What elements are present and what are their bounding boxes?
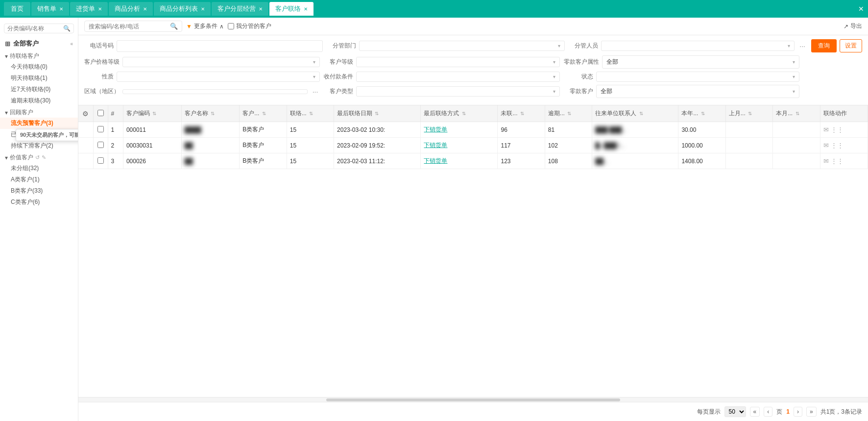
toolbar-search-icon[interactable]: 🔍 bbox=[170, 23, 178, 30]
tab-product-analysis-list-close[interactable]: ✕ bbox=[201, 6, 205, 12]
prev-page-btn[interactable]: ‹ bbox=[764, 407, 772, 417]
sidebar-collapse-btn[interactable]: « bbox=[70, 41, 73, 47]
export-btn[interactable]: ↗ 导出 bbox=[844, 22, 862, 30]
filter-status-select[interactable]: ▾ bbox=[596, 72, 799, 82]
table-header-checkbox-cell[interactable] bbox=[93, 105, 108, 122]
row-checkbox[interactable] bbox=[97, 157, 104, 164]
toolbar-search-box[interactable]: 🔍 bbox=[84, 21, 182, 32]
tab-product-analysis[interactable]: 商品分析 ✕ bbox=[109, 2, 153, 16]
table-header-category[interactable]: 客户... ⇅ bbox=[240, 105, 287, 122]
col-unit-contacts-sort-icon[interactable]: ⇅ bbox=[639, 111, 643, 116]
first-page-btn[interactable]: « bbox=[750, 407, 760, 417]
filter-nature-select[interactable]: ▾ bbox=[117, 72, 320, 82]
row-name[interactable]: ████ bbox=[181, 122, 240, 138]
sidebar-item-today[interactable]: 今天待联络(0) bbox=[0, 61, 78, 73]
more-action-icon[interactable]: ⋮⋮ bbox=[831, 126, 844, 133]
filter-region-select[interactable] bbox=[122, 89, 308, 94]
sidebar-item-7days[interactable]: 近7天待联络(0) bbox=[0, 84, 78, 95]
tab-sales-close[interactable]: ✕ bbox=[59, 6, 63, 12]
my-customers-checkbox[interactable] bbox=[228, 23, 234, 29]
tab-customer-contact[interactable]: 客户联络 ✕ bbox=[269, 2, 313, 16]
sidebar-item-class-b[interactable]: B类客户(33) bbox=[0, 185, 78, 197]
row-checkbox-cell[interactable] bbox=[93, 138, 108, 153]
tab-purchase[interactable]: 进货单 ✕ bbox=[70, 2, 108, 16]
row-action[interactable]: ✉ ⋮⋮ bbox=[820, 122, 868, 138]
filter-phone-input[interactable] bbox=[117, 40, 323, 52]
sidebar-group-lost[interactable]: ▾ 回顾客户 bbox=[0, 106, 78, 118]
table-header-unit-contacts[interactable]: 往来单位联系人 ⇅ bbox=[592, 105, 678, 122]
tab-purchase-close[interactable]: ✕ bbox=[98, 6, 102, 12]
table-header-contact-count[interactable]: 联络... ⇅ bbox=[287, 105, 334, 122]
horizontal-scrollbar[interactable] bbox=[78, 397, 868, 402]
filter-customer-type-select[interactable]: ▾ bbox=[356, 86, 559, 97]
row-checkbox[interactable] bbox=[97, 126, 104, 132]
filter-toggle-btn[interactable]: ▼ 更多条件 ∧ bbox=[186, 22, 224, 30]
row-action[interactable]: ✉ ⋮⋮ bbox=[820, 138, 868, 153]
sidebar-group-value[interactable]: ▾ 价值客户 ↺ ✎ bbox=[0, 151, 78, 163]
row-checkbox-cell[interactable] bbox=[93, 122, 108, 138]
row-action[interactable]: ✉ ⋮⋮ bbox=[820, 153, 868, 169]
per-page-select[interactable]: 50 bbox=[724, 406, 746, 417]
row-checkbox[interactable] bbox=[97, 142, 104, 148]
col-overdue-sort-icon[interactable]: ⇅ bbox=[567, 111, 571, 116]
table-header-not-contacted[interactable]: 未联... ⇅ bbox=[498, 105, 545, 122]
tab-customer-contact-close[interactable]: ✕ bbox=[304, 6, 308, 12]
sidebar-item-class-a[interactable]: A类客户(1) bbox=[0, 174, 78, 185]
table-header-last-method[interactable]: 最后联络方式 ⇅ bbox=[421, 105, 498, 122]
sidebar-item-declining[interactable]: 持续下滑客户(2) bbox=[0, 140, 78, 151]
table-select-all-checkbox[interactable] bbox=[97, 110, 104, 116]
table-header-this-year[interactable]: 本年... ⇅ bbox=[678, 105, 725, 122]
filter-retail-attr-select[interactable]: 全部 ▾ bbox=[602, 55, 799, 69]
contact-action-icon[interactable]: ✉ bbox=[823, 142, 829, 149]
col-last-month-sort-icon[interactable]: ⇅ bbox=[748, 111, 752, 116]
filter-manager-dots[interactable]: ··· bbox=[797, 42, 807, 50]
tab-home[interactable]: 首页 bbox=[4, 2, 30, 16]
contact-action-icon[interactable]: ✉ bbox=[823, 126, 829, 133]
tab-product-analysis-list[interactable]: 商品分析列表 ✕ bbox=[154, 2, 211, 16]
query-button[interactable]: 查询 bbox=[811, 39, 837, 52]
col-last-date-sort-icon[interactable]: ⇅ bbox=[375, 111, 379, 116]
col-this-month-sort-icon[interactable]: ⇅ bbox=[796, 111, 799, 116]
table-header-code[interactable]: 客户编码 ⇅ bbox=[123, 105, 181, 122]
settings-button[interactable]: 设置 bbox=[840, 39, 862, 52]
sidebar-group-pending[interactable]: ▾ 待联络客户 bbox=[0, 50, 78, 61]
sidebar-search-box[interactable]: 🔍 bbox=[4, 24, 74, 33]
row-name[interactable]: ██ bbox=[181, 153, 240, 169]
col-code-sort-icon[interactable]: ⇅ bbox=[152, 111, 156, 116]
tab-customer-segment[interactable]: 客户分层经营 ✕ bbox=[212, 2, 268, 16]
row-checkbox-cell[interactable] bbox=[93, 153, 108, 169]
sidebar-item-at-risk[interactable]: 流失预警客户(3) 90天未交易的客户，可能有流失风险。 bbox=[0, 118, 78, 129]
col-not-contacted-sort-icon[interactable]: ⇅ bbox=[520, 111, 524, 116]
sidebar-item-class-c[interactable]: C类客户(6) bbox=[0, 197, 78, 208]
next-page-btn[interactable]: › bbox=[794, 407, 802, 417]
sidebar-item-tomorrow[interactable]: 明天待联络(1) bbox=[0, 73, 78, 84]
tab-customer-segment-close[interactable]: ✕ bbox=[259, 6, 263, 12]
col-category-sort-icon[interactable]: ⇅ bbox=[262, 111, 266, 116]
filter-manager-select[interactable]: ▾ bbox=[601, 41, 795, 51]
col-name-sort-icon[interactable]: ⇅ bbox=[211, 111, 215, 116]
more-action-icon[interactable]: ⋮⋮ bbox=[831, 142, 844, 149]
row-last-contact-method[interactable]: 下销货单 bbox=[421, 138, 498, 153]
table-header-this-month[interactable]: 本月... ⇅ bbox=[773, 105, 820, 122]
filter-region-dots[interactable]: ··· bbox=[311, 88, 320, 96]
filter-price-tier-select[interactable]: ▾ bbox=[122, 57, 320, 67]
value-refresh-icon[interactable]: ↺ bbox=[35, 154, 40, 161]
last-page-btn[interactable]: » bbox=[806, 407, 817, 417]
sidebar-item-unclassified[interactable]: 未分组(32) bbox=[0, 163, 78, 174]
tab-sales[interactable]: 销售单 ✕ bbox=[31, 2, 69, 16]
table-header-last-month[interactable]: 上月... ⇅ bbox=[725, 105, 772, 122]
sidebar-all-customers[interactable]: ⊞ 全部客户 « bbox=[0, 37, 78, 50]
sidebar-item-already-lost[interactable]: 已流失客户(24) bbox=[0, 129, 78, 140]
column-settings-icon[interactable]: ⚙ bbox=[82, 110, 89, 118]
contact-action-icon[interactable]: ✉ bbox=[823, 157, 829, 165]
filter-retail-customer-select[interactable]: 全部 ▾ bbox=[596, 85, 799, 98]
sidebar-search-input[interactable] bbox=[7, 25, 63, 32]
row-last-contact-method[interactable]: 下销货单 bbox=[421, 153, 498, 169]
contact-method-link[interactable]: 下销货单 bbox=[424, 142, 447, 149]
table-header-overdue[interactable]: 逾期... ⇅ bbox=[545, 105, 592, 122]
col-this-year-sort-icon[interactable]: ⇅ bbox=[701, 111, 705, 116]
table-header-last-date[interactable]: 最后联络日期 ⇅ bbox=[334, 105, 421, 122]
filter-customer-tier-select[interactable]: ▾ bbox=[356, 57, 559, 67]
contact-method-link[interactable]: 下销货单 bbox=[424, 157, 447, 164]
my-customers-checkbox-container[interactable]: 我分管的客户 bbox=[228, 22, 271, 30]
